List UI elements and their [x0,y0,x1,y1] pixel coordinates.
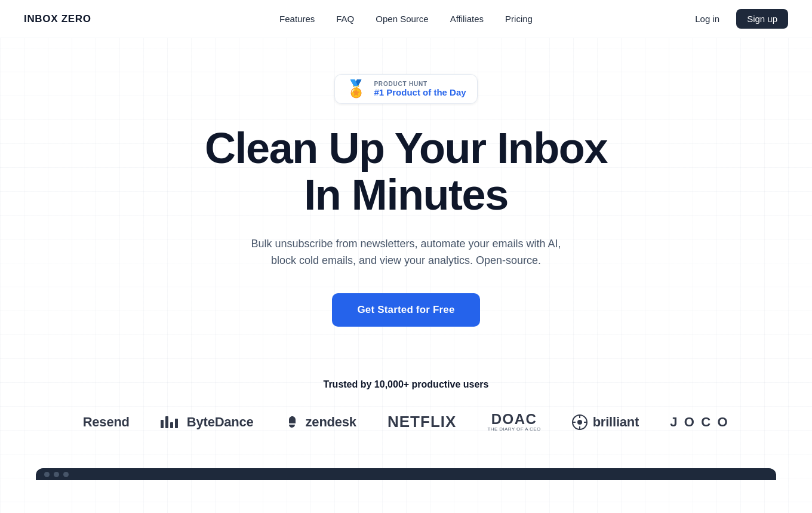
logo-doac: DOAC THE DIARY OF A CEO [487,411,540,432]
navbar: INBOX ZERO Features FAQ Open Source Affi… [0,0,812,38]
badge-label: PRODUCT HUNT [374,81,427,87]
doac-sub-text: THE DIARY OF A CEO [487,427,540,432]
zendesk-icon [285,414,300,430]
bytedance-logo-text: ByteDance [187,414,254,430]
badge-title: #1 Product of the Day [374,87,466,97]
login-button[interactable]: Log in [688,10,727,27]
dot-2 [54,472,59,477]
app-preview-bar [36,468,776,480]
doac-main-text: DOAC [491,411,537,427]
logo-netflix: NETFLIX [387,413,457,431]
hero-heading-line2: In Minutes [304,171,508,219]
brilliant-icon [572,414,588,430]
logo-bytedance: ByteDance [161,414,254,430]
trusted-label: Trusted by 10,000+ productive users [323,379,488,390]
doac-logo-text: DOAC THE DIARY OF A CEO [487,411,540,432]
medal-icon: 🏅 [346,81,367,97]
logo-brilliant: brilliant [572,414,639,430]
logo-joco: J O C O [670,414,729,430]
dot-3 [63,472,69,477]
nav-link-pricing[interactable]: Pricing [505,14,533,24]
logos-row: Resend ByteDance zendesk [48,411,764,432]
product-hunt-badge[interactable]: 🏅 PRODUCT HUNT #1 Product of the Day [334,74,477,104]
dot-1 [44,472,50,477]
resend-logo-text: Resend [83,414,130,430]
zendesk-logo-text: zendesk [306,414,356,430]
hero-heading: Clean Up Your Inbox In Minutes [205,125,607,219]
signup-button[interactable]: Sign up [736,9,788,29]
logo-resend: Resend [83,414,130,430]
logo-zendesk: zendesk [285,414,356,430]
nav-auth: Log in Sign up [688,9,788,29]
badge-text: PRODUCT HUNT #1 Product of the Day [374,81,466,97]
cta-button[interactable]: Get Started for Free [332,293,479,327]
nav-link-faq[interactable]: FAQ [336,14,354,24]
nav-link-opensource[interactable]: Open Source [376,14,428,24]
svg-point-1 [577,420,582,425]
nav-links: Features FAQ Open Source Affiliates Pric… [279,14,533,24]
trusted-section: Trusted by 10,000+ productive users Rese… [0,351,812,456]
joco-logo-text: J O C O [670,414,729,430]
bottom-preview [0,456,812,480]
brilliant-logo-text: brilliant [593,414,639,430]
hero-subtext: Bulk unsubscribe from newsletters, autom… [239,235,573,270]
netflix-logo-text: NETFLIX [387,413,457,431]
hero-section: 🏅 PRODUCT HUNT #1 Product of the Day Cle… [0,38,812,351]
hero-heading-line1: Clean Up Your Inbox [205,124,607,172]
nav-link-features[interactable]: Features [279,14,315,24]
nav-link-affiliates[interactable]: Affiliates [450,14,484,24]
logo[interactable]: INBOX ZERO [24,13,91,25]
bytedance-icon [161,416,178,428]
